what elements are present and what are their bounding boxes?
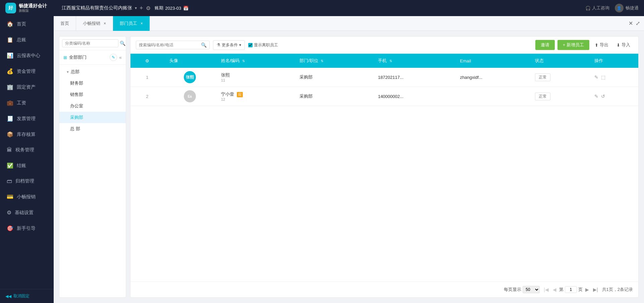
tab-expand-button[interactable]: ⤢ [636, 20, 640, 27]
employee-toolbar: 🔍 ⚗ 更多条件 ▾ 显示离职员工 邀请 + 新增员工 [130, 37, 638, 54]
col-phone[interactable]: 手机 ⇅ [373, 54, 455, 68]
sidebar-item-guide[interactable]: 🎯 新手引导 [0, 220, 54, 236]
employee-search-input[interactable] [139, 43, 200, 47]
avatar: 张熙 [184, 71, 196, 83]
main-layout: 🏠 首页 📋 总账 📊 云报表中心 💰 资金管理 🏢 固定资产 💼 工资 🧾 发… [0, 16, 644, 303]
show-resigned-wrap: 显示离职员工 [248, 42, 278, 48]
dept-node-headquarters[interactable]: ▼ 总部 [59, 66, 126, 78]
next-page-button[interactable]: ▶ [584, 286, 590, 293]
action-buttons: ✎ ⬚ [594, 74, 633, 80]
action-cell: ✎ ⬚ [589, 68, 638, 87]
archive-icon: 🗃 [7, 178, 12, 184]
status-cell: 正常 [530, 87, 589, 106]
add-employee-button[interactable]: + 新增员工 [557, 40, 589, 50]
settings-icon: ⚙ [7, 209, 11, 216]
tab-department[interactable]: 部门员工 × [113, 16, 150, 31]
row-num: 2 [130, 87, 164, 106]
dept-node-office[interactable]: 办公室 [59, 100, 126, 112]
sidebar-item-assets[interactable]: 🏢 固定资产 [0, 79, 54, 95]
edit-icon[interactable]: ✎ [594, 74, 598, 80]
dept-tree: ▼ 总部 财务部 销售部 办公室 采购部 [59, 65, 126, 297]
prev-page-button[interactable]: ◀ [551, 286, 558, 293]
settings-icon-button[interactable]: ⚙ [146, 5, 151, 11]
show-resigned-label[interactable]: 显示离职员工 [254, 42, 278, 48]
tab-expense-close[interactable]: × [104, 21, 106, 26]
calendar-icon[interactable]: 📅 [183, 6, 189, 11]
toolbar-right: 邀请 + 新增员工 ⬆ 导出 ⬇ 导入 [535, 40, 633, 50]
sidebar-item-reports[interactable]: 📊 云报表中心 [0, 48, 54, 63]
dept-collapse-button[interactable]: « [119, 55, 122, 60]
sidebar-item-label: 资金管理 [17, 68, 36, 74]
page-number-input[interactable] [565, 286, 577, 293]
user-menu[interactable]: 👤 畅捷通 [615, 4, 639, 12]
dept-header: ⊞ 全部部门 ✎ « [59, 50, 126, 65]
page-size-select[interactable]: 50 100 200 [523, 286, 540, 293]
col-name[interactable]: 姓名/编码 ⇅ [216, 54, 294, 68]
assets-icon: 🏢 [7, 84, 13, 90]
sidebar-item-archive[interactable]: 🗃 归档管理 [0, 173, 54, 189]
page-content: 🔍 ⊞ 全部部门 ✎ « ▼ 总部 [54, 31, 644, 303]
invoice-icon: 🧾 [7, 115, 13, 122]
dept-node-label: 销售部 [70, 92, 83, 98]
ledger-icon: 📋 [7, 37, 13, 43]
dept-search-input[interactable] [62, 39, 118, 47]
tab-expense-label: 小畅报销 [83, 20, 100, 27]
col-settings[interactable]: ⚙ [130, 54, 164, 68]
sidebar-item-payroll[interactable]: 💼 工资 [0, 95, 54, 111]
dept-node-finance[interactable]: 财务部 [59, 78, 126, 89]
sidebar-item-label: 总账 [17, 37, 26, 43]
sidebar-item-ledger[interactable]: 📋 总账 [0, 32, 54, 48]
dept-search-icon[interactable]: 🔍 [120, 41, 125, 46]
tab-expense[interactable]: 小畅报销 × [76, 16, 113, 31]
tab-close-all-button[interactable]: ✕ [629, 20, 633, 27]
company-dropdown-arrow[interactable]: ▾ [135, 6, 137, 10]
last-page-button[interactable]: ▶| [592, 286, 599, 293]
logo-area: 好 畅捷通好会计 旗舰版 [5, 3, 59, 13]
sidebar-item-tax[interactable]: 🏛 税务管理 [0, 142, 54, 158]
employee-panel: 🔍 ⚗ 更多条件 ▾ 显示离职员工 邀请 + 新增员工 [130, 36, 639, 298]
ying-badge: 应 [237, 92, 243, 97]
sidebar-item-label: 工资 [17, 100, 26, 106]
dept-edit-button[interactable]: ✎ [110, 54, 117, 61]
import-button[interactable]: ⬇ 导入 [614, 40, 633, 50]
show-resigned-checkbox[interactable] [248, 43, 253, 47]
dept-node-label: 财务部 [70, 80, 83, 86]
employee-name: 张熙 [221, 72, 289, 78]
sidebar-item-funds[interactable]: 💰 资金管理 [0, 63, 54, 79]
edit-icon[interactable]: ✎ [594, 94, 598, 99]
dept-node-general[interactable]: 总 部 [59, 123, 126, 135]
support-button[interactable]: 🎧 人工咨询 [585, 5, 609, 11]
col-dept[interactable]: 部门/职位 ⇅ [294, 54, 373, 68]
cancel-pin-button[interactable]: ◀◀ 取消固定 [0, 289, 54, 303]
table-row: 2 Ea 宁小壹 应 [130, 87, 638, 106]
expand-arrow-icon: ▼ [66, 70, 69, 74]
headset-icon: 🎧 [585, 6, 591, 11]
more-filters-button[interactable]: ⚗ 更多条件 ▾ [213, 40, 245, 50]
first-page-button[interactable]: |◀ [542, 286, 550, 293]
sidebar-item-home[interactable]: 🏠 首页 [0, 16, 54, 32]
col-status: 状态 [530, 54, 589, 68]
dept-all-label: 全部部门 [69, 54, 87, 60]
dept-node-purchasing[interactable]: 采购部 [59, 112, 126, 123]
tab-bar-actions: ✕ ⤢ [629, 20, 644, 27]
sidebar-item-invoice[interactable]: 🧾 发票管理 [0, 111, 54, 127]
tab-home[interactable]: 首页 [54, 16, 76, 31]
sidebar-item-close[interactable]: ✅ 结账 [0, 158, 54, 173]
invite-button[interactable]: 邀请 [535, 40, 555, 50]
add-company-button[interactable]: + [140, 5, 143, 12]
dept-node-sales[interactable]: 销售部 [59, 89, 126, 100]
reports-icon: 📊 [7, 52, 13, 59]
sidebar-item-expense[interactable]: 💳 小畅报销 [0, 189, 54, 205]
tab-department-close[interactable]: × [141, 21, 143, 26]
company-selector[interactable]: 江西服宝精品有限责任公司内账张 ▾ [62, 5, 137, 11]
avatar-cell: Ea [164, 87, 216, 106]
export-button[interactable]: ⬆ 导出 [592, 40, 611, 50]
sidebar-item-settings[interactable]: ⚙ 基础设置 [0, 205, 54, 220]
avatar: 👤 [615, 4, 624, 12]
logout-icon[interactable]: ⬚ [601, 74, 605, 80]
guide-icon: 🎯 [7, 225, 13, 232]
username-label: 畅捷通 [626, 5, 639, 11]
refresh-icon[interactable]: ↺ [601, 94, 605, 99]
employee-search-icon[interactable]: 🔍 [201, 42, 207, 48]
sidebar-item-inventory[interactable]: 📦 库存核算 [0, 127, 54, 142]
